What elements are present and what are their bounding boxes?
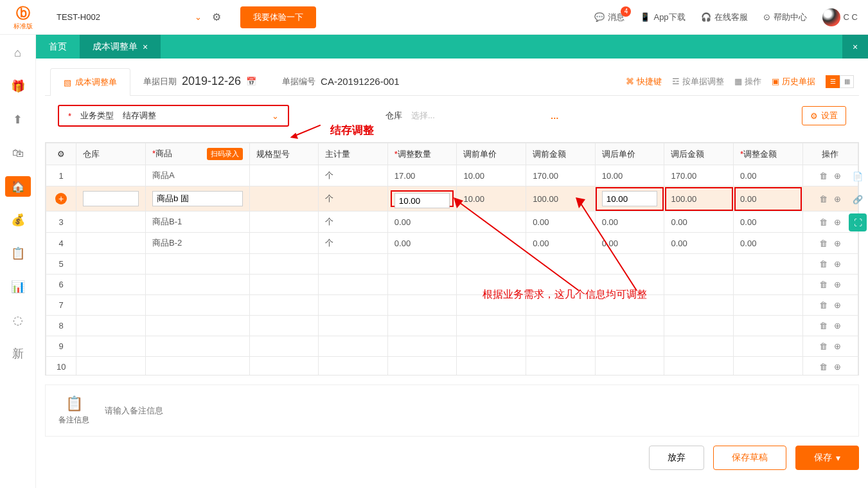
table-header-row: ⚙ 仓库 *商品扫码录入 规格型号 主计量 *调整数量 调前单价 调前金额 调后…: [46, 143, 858, 165]
after-price-input[interactable]: [602, 191, 658, 206]
date-value[interactable]: 2019-12-26: [182, 75, 241, 88]
settings-button[interactable]: ⚙ 设置: [802, 106, 846, 125]
main-content: ▧ 成本调整单 单据日期 2019-12-26 📅 单据编号 CA-201912…: [36, 59, 868, 488]
view-grid-button[interactable]: ▦: [840, 75, 854, 88]
warehouse-input[interactable]: [83, 191, 139, 206]
remark-input[interactable]: [105, 406, 846, 415]
doc-header: ▧ 成本调整单 单据日期 2019-12-26 📅 单据编号 CA-201912…: [45, 68, 859, 96]
nav-warehouse-icon[interactable]: 🏠: [5, 176, 31, 197]
user-menu[interactable]: C C: [822, 8, 858, 26]
tab-cost-adjust[interactable]: 成本调整单 ×: [80, 35, 161, 59]
help-link[interactable]: ⊙ 帮助中心: [763, 12, 807, 23]
table-row[interactable]: +个10.00100.00100.000.00🗑⊕: [46, 186, 858, 212]
copy-icon[interactable]: ⊕: [834, 217, 841, 227]
delete-icon[interactable]: 🗑: [819, 362, 828, 372]
close-icon[interactable]: ×: [143, 42, 148, 52]
scan-tag[interactable]: 扫码录入: [207, 148, 243, 160]
qty-input[interactable]: [394, 193, 450, 208]
table-row[interactable]: 5🗑⊕: [46, 254, 858, 275]
nav-gift-icon[interactable]: 🎁: [5, 76, 31, 96]
history-link[interactable]: ▣历史单据: [772, 76, 815, 87]
delete-icon[interactable]: 🗑: [819, 341, 828, 351]
nav-sync-icon[interactable]: ◌: [5, 310, 31, 330]
copy-icon[interactable]: ⊕: [834, 171, 841, 181]
copy-icon[interactable]: ⊕: [834, 239, 841, 248]
delete-icon[interactable]: 🗑: [819, 217, 828, 227]
delete-icon[interactable]: 🗑: [819, 194, 828, 204]
col-unit: 主计量: [319, 143, 388, 165]
nav-send-icon[interactable]: ⬆: [5, 109, 31, 130]
calendar-icon[interactable]: 📅: [246, 77, 256, 86]
save-button[interactable]: 保存 ▾: [795, 446, 859, 470]
logo: ⓑ 标准版: [10, 4, 36, 31]
copy-icon[interactable]: ⊕: [834, 300, 841, 310]
table-row[interactable]: 4商品B-2个0.000.000.000.000.00🗑⊕: [46, 233, 858, 254]
more-icon[interactable]: …: [551, 111, 560, 121]
col-gear[interactable]: ⚙: [46, 143, 76, 165]
table-row[interactable]: 8🗑⊕: [46, 316, 858, 336]
nav-report-icon[interactable]: 📊: [5, 276, 31, 297]
delete-icon[interactable]: 🗑: [819, 239, 828, 248]
tabs-close-all[interactable]: ×: [842, 35, 868, 59]
grid-wrap: ⚙ 仓库 *商品扫码录入 规格型号 主计量 *调整数量 调前单价 调前金额 调后…: [45, 142, 859, 375]
annotation-1: 结存调整: [289, 123, 374, 138]
table-row[interactable]: 6🗑⊕: [46, 275, 858, 295]
nav-new-icon[interactable]: 新: [5, 343, 31, 364]
table-row[interactable]: 1商品A个17.0010.00170.0010.00170.000.00🗑⊕: [46, 165, 858, 186]
col-product: *商品扫码录入: [146, 143, 249, 165]
adjust-icon: ☲: [672, 77, 680, 86]
col-after-amt: 调后金额: [664, 143, 734, 165]
nav-clipboard-icon[interactable]: 📋: [5, 243, 31, 264]
delete-icon[interactable]: 🗑: [819, 280, 828, 289]
copy-icon[interactable]: ⊕: [834, 321, 841, 330]
edge-expand-icon[interactable]: ⛶: [849, 213, 867, 231]
nav-bag-icon[interactable]: 🛍: [5, 143, 31, 163]
delete-icon[interactable]: 🗑: [819, 321, 828, 330]
copy-icon[interactable]: ⊕: [834, 259, 841, 269]
app-download-link[interactable]: 📱 App下载: [640, 12, 685, 23]
ops-link[interactable]: ▦操作: [734, 76, 761, 87]
copy-icon[interactable]: ⊕: [834, 280, 841, 289]
table-row[interactable]: 7🗑⊕: [46, 295, 858, 316]
tab-home[interactable]: 首页: [36, 35, 80, 59]
chevron-down-icon: ▾: [836, 453, 840, 463]
copy-icon[interactable]: ⊕: [834, 194, 841, 204]
nav-home-icon[interactable]: ⌂: [5, 42, 31, 63]
add-row-icon[interactable]: +: [55, 193, 67, 204]
delete-icon[interactable]: 🗑: [819, 259, 828, 269]
note-icon: 📋: [58, 395, 89, 412]
view-list-button[interactable]: ☰: [826, 75, 840, 88]
save-draft-button[interactable]: 保存草稿: [713, 446, 786, 470]
delete-icon[interactable]: 🗑: [819, 300, 828, 310]
logo-sub: 标准版: [10, 22, 36, 31]
table-row[interactable]: 10🗑⊕: [46, 357, 858, 376]
edge-link-icon[interactable]: 🔗: [849, 190, 867, 208]
warehouse-select[interactable]: 仓库 选择...: [385, 110, 435, 122]
doc-number-value: CA-20191226-001: [321, 76, 400, 87]
avatar: [822, 8, 840, 26]
service-link[interactable]: 🎧 在线客服: [701, 12, 748, 23]
table-row[interactable]: 3商品B-1个0.000.000.000.000.00🗑⊕: [46, 212, 858, 233]
copy-icon[interactable]: ⊕: [834, 341, 841, 351]
table-row[interactable]: 9🗑⊕: [46, 336, 858, 357]
shortcut-link[interactable]: ⌘快捷键: [626, 76, 662, 87]
messages-link[interactable]: 💬 消息 4: [594, 12, 624, 23]
store-selector[interactable]: TEST-H002 ⌄: [51, 10, 199, 24]
logo-icon: ⓑ: [16, 5, 30, 21]
nav-money-icon[interactable]: 💰: [5, 210, 31, 230]
product-input[interactable]: [152, 191, 242, 206]
footer-buttons: 放弃 保存草稿 保存 ▾: [45, 437, 859, 479]
by-doc-link[interactable]: ☲按单据调整: [672, 76, 724, 87]
gear-icon[interactable]: ⚙: [212, 11, 221, 23]
trial-button[interactable]: 我要体验一下: [240, 6, 316, 28]
copy-icon[interactable]: ⊕: [834, 362, 841, 372]
chat-icon: 💬: [594, 12, 605, 22]
document-icon: ▧: [64, 78, 71, 87]
discard-button[interactable]: 放弃: [649, 446, 704, 470]
right-edge: 📄 🔗 ⛶: [847, 167, 868, 231]
delete-icon[interactable]: 🗑: [819, 171, 828, 181]
remark-section: 📋 备注信息: [45, 384, 859, 437]
edge-note-icon[interactable]: 📄: [849, 167, 867, 185]
biz-type-select[interactable]: * 业务类型 结存调整 ⌄: [58, 105, 289, 127]
doc-tab[interactable]: ▧ 成本调整单: [50, 68, 130, 96]
